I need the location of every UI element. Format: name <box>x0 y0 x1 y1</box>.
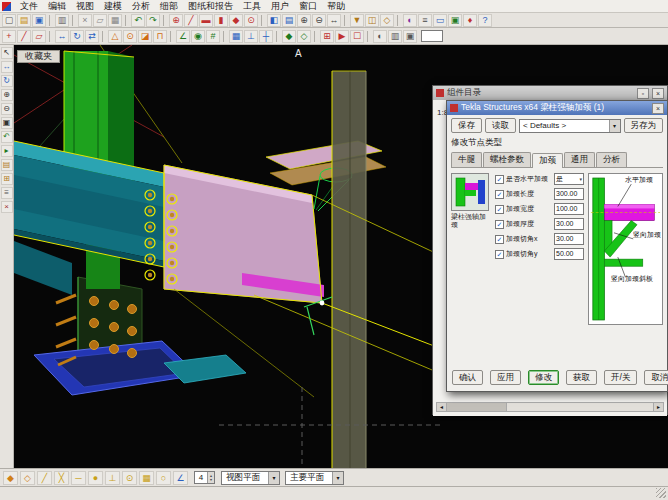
spin-down-icon[interactable]: ▾ <box>208 478 214 482</box>
select-objects-icon[interactable]: ◫ <box>365 14 379 27</box>
snap-endpoint-icon[interactable]: ● <box>88 471 103 485</box>
menu-item[interactable]: 帮助 <box>322 0 350 12</box>
create-point-icon[interactable]: ⊕ <box>169 14 183 27</box>
menu-item[interactable]: 细部 <box>155 0 183 12</box>
dialog-tab[interactable]: 螺栓参数 <box>483 152 531 167</box>
menu-item[interactable]: 窗口 <box>294 0 322 12</box>
cut-part-icon[interactable]: ◪ <box>138 30 152 43</box>
field-input[interactable]: 300.00 <box>554 188 584 200</box>
load-button[interactable]: 读取 <box>485 118 516 133</box>
zoom-out-view-icon[interactable]: ⊖ <box>1 103 13 115</box>
snap-reference-icon[interactable]: ◆ <box>3 471 18 485</box>
cut-icon[interactable]: × <box>78 14 92 27</box>
undo-icon[interactable]: ↶ <box>131 14 145 27</box>
depth-spinner[interactable]: 4 ▴ ▾ <box>194 471 215 484</box>
measure-icon[interactable]: ∠ <box>176 30 190 43</box>
named-views-icon[interactable]: ≡ <box>1 187 13 199</box>
rotate-icon[interactable]: ↻ <box>70 30 84 43</box>
field-checkbox[interactable]: ✓ <box>495 250 504 259</box>
catalog-icon[interactable]: ▣ <box>448 14 462 27</box>
spinner-arrows[interactable]: ▴ ▾ <box>207 472 214 483</box>
create-line-icon[interactable]: ╱ <box>184 14 198 27</box>
dialog-button[interactable]: 开/关 <box>604 370 637 385</box>
select-filter-icon[interactable]: ▼ <box>350 14 364 27</box>
favorites-strip[interactable]: 收藏夹 <box>17 50 60 63</box>
create-plate-icon[interactable]: ◆ <box>229 14 243 27</box>
fly-view-icon[interactable]: ▸ <box>1 145 13 157</box>
view-properties-icon[interactable]: ▤ <box>1 159 13 171</box>
screenshot-icon[interactable]: ▣ <box>403 30 417 43</box>
scroll-left-icon[interactable]: ◂ <box>437 403 447 411</box>
close-icon[interactable]: × <box>652 88 664 99</box>
field-checkbox[interactable]: ✓ <box>495 175 504 184</box>
new-model-icon[interactable]: ▢ <box>2 14 16 27</box>
dialog-tab[interactable]: 通用 <box>564 152 595 167</box>
zoom-in-icon[interactable]: ⊕ <box>297 14 311 27</box>
level-icon[interactable]: ⊥ <box>244 30 258 43</box>
field-input[interactable]: 30.00 <box>554 233 584 245</box>
resize-grip[interactable] <box>656 488 666 498</box>
vertical-member-3d[interactable] <box>332 71 366 468</box>
menu-item[interactable]: 文件 <box>15 0 43 12</box>
scrollbar-thumb[interactable] <box>447 403 507 411</box>
dialog-button[interactable]: 修改 <box>528 370 559 385</box>
macro-icon[interactable]: ▶ <box>335 30 349 43</box>
scroll-right-icon[interactable]: ▸ <box>653 403 663 411</box>
select-components-icon[interactable]: ◇ <box>380 14 394 27</box>
dialog-titlebar[interactable]: Tekla Structures x64 梁柱强轴加颈 (1) × <box>447 101 667 115</box>
base-plate-3d[interactable] <box>34 341 246 395</box>
dialog-button[interactable]: 取消 <box>644 370 668 385</box>
select-pointer-icon[interactable]: ↖ <box>1 47 13 59</box>
weld-icon[interactable]: △ <box>108 30 122 43</box>
axis-icon[interactable]: ┼ <box>259 30 273 43</box>
close-icon[interactable]: × <box>652 103 664 114</box>
preset-combo[interactable]: < Defaults > ▾ <box>519 119 621 133</box>
render-options-icon[interactable]: ◐ <box>373 30 387 43</box>
open-model-icon[interactable]: ▤ <box>17 14 31 27</box>
pan-icon[interactable]: ↔ <box>327 14 341 27</box>
view-3d-icon[interactable]: ◧ <box>267 14 281 27</box>
components-icon[interactable]: ♦ <box>463 14 477 27</box>
create-column-icon[interactable]: ▮ <box>214 14 228 27</box>
field-input[interactable]: 是 ▾ <box>554 173 584 185</box>
snap-nearest-icon[interactable]: ╱ <box>37 471 52 485</box>
fit-view-icon[interactable]: ▣ <box>1 117 13 129</box>
component-catalog-icon[interactable]: ◆ <box>282 30 296 43</box>
snap-geometry-icon[interactable]: ◇ <box>20 471 35 485</box>
previous-view-icon[interactable]: ↶ <box>1 131 13 143</box>
field-input[interactable]: 50.00 <box>554 248 584 260</box>
field-checkbox[interactable]: ✓ <box>495 220 504 229</box>
fit-part-icon[interactable]: ⊓ <box>153 30 167 43</box>
menu-item[interactable]: 建模 <box>99 0 127 12</box>
menu-item[interactable]: 工具 <box>238 0 266 12</box>
menu-item[interactable]: 视图 <box>71 0 99 12</box>
snap-intersection-icon[interactable]: ╳ <box>54 471 69 485</box>
numbering-icon[interactable]: # <box>206 30 220 43</box>
dialog-tab[interactable]: 牛腿 <box>451 152 482 167</box>
custom-component-icon[interactable]: ◇ <box>297 30 311 43</box>
phases-icon[interactable]: ◐ <box>403 14 417 27</box>
create-ref-plane-icon[interactable]: ▱ <box>32 30 46 43</box>
bolt-icon[interactable]: ⊙ <box>123 30 137 43</box>
field-checkbox[interactable]: ✓ <box>495 190 504 199</box>
display-settings-icon[interactable]: ▥ <box>388 30 402 43</box>
field-checkbox[interactable]: ✓ <box>495 205 504 214</box>
mirror-icon[interactable]: ⇄ <box>85 30 99 43</box>
snap-free-icon[interactable]: ○ <box>156 471 171 485</box>
save-button[interactable]: 保存 <box>451 118 482 133</box>
menu-item[interactable]: 图纸和报告 <box>183 0 238 12</box>
catalog-titlebar[interactable]: 组件目录 ▫ × <box>433 86 667 100</box>
dialog-tab[interactable]: 加颈 <box>532 153 563 168</box>
reports-icon[interactable]: ≡ <box>418 14 432 27</box>
paste-icon[interactable]: ▦ <box>108 14 122 27</box>
create-beam-icon[interactable]: ▬ <box>199 14 213 27</box>
dialog-button[interactable]: 获取 <box>566 370 597 385</box>
save-as-button[interactable]: 另存为 <box>624 118 664 133</box>
auto-connection-icon[interactable]: ⊞ <box>320 30 334 43</box>
create-ref-point-icon[interactable]: + <box>2 30 16 43</box>
pan-view-icon[interactable]: ↔ <box>1 61 13 73</box>
catalog-scrollbar[interactable]: ◂ ▸ <box>436 402 664 412</box>
grid-icon[interactable]: ▦ <box>229 30 243 43</box>
zoom-in-view-icon[interactable]: ⊕ <box>1 89 13 101</box>
clash-check-icon[interactable]: ◉ <box>191 30 205 43</box>
